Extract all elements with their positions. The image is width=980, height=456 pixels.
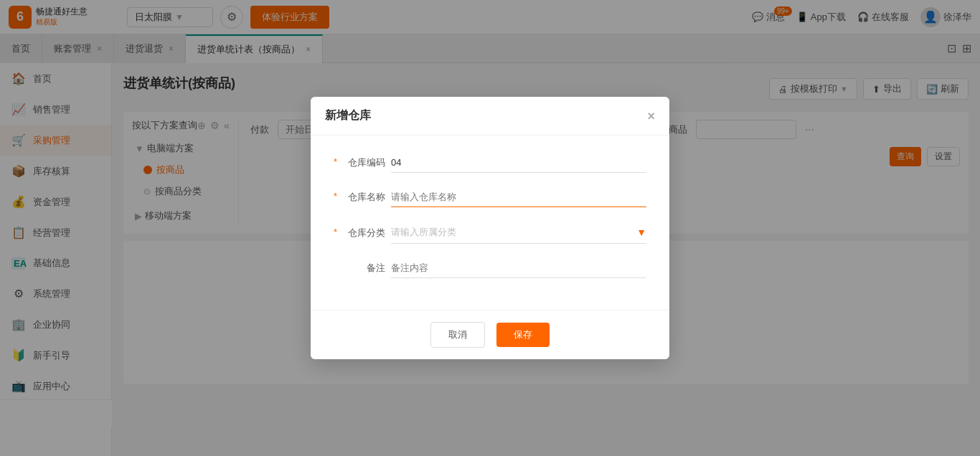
cancel-button[interactable]: 取消	[430, 322, 485, 348]
form-row-category: 仓库分类 请输入所属分类 ▼	[334, 222, 646, 244]
form-row-note: 备注	[334, 258, 646, 278]
save-button[interactable]: 保存	[496, 323, 550, 347]
category-label: 仓库分类	[334, 227, 391, 239]
code-label: 仓库编码	[334, 156, 391, 169]
modal-close-button[interactable]: ×	[647, 110, 655, 123]
modal-backdrop: 新增仓库 × 仓库编码 仓库名称 仓库分类 请输入所属分类 ▼	[0, 0, 980, 456]
name-label: 仓库名称	[334, 191, 391, 204]
note-input[interactable]	[391, 258, 646, 278]
modal-body: 仓库编码 仓库名称 仓库分类 请输入所属分类 ▼ 备注	[311, 136, 669, 310]
code-input[interactable]	[391, 153, 646, 173]
add-warehouse-modal: 新增仓库 × 仓库编码 仓库名称 仓库分类 请输入所属分类 ▼	[311, 97, 669, 359]
modal-title: 新增仓库	[325, 108, 371, 123]
category-placeholder: 请输入所属分类	[391, 226, 456, 239]
category-chevron-icon: ▼	[636, 227, 646, 238]
form-row-name: 仓库名称	[334, 187, 646, 207]
modal-footer: 取消 保存	[311, 310, 669, 359]
name-input[interactable]	[391, 187, 646, 207]
modal-header: 新增仓库 ×	[311, 97, 669, 136]
category-select[interactable]: 请输入所属分类 ▼	[391, 222, 646, 244]
form-row-code: 仓库编码	[334, 153, 646, 173]
note-label: 备注	[334, 262, 391, 275]
